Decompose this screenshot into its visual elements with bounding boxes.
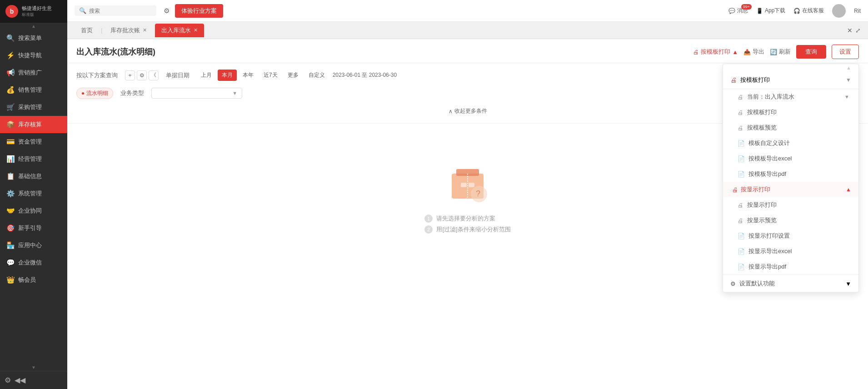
tab-batch-close[interactable]: ✕ xyxy=(143,27,147,33)
dropdown-item-display-settings[interactable]: 📄 按显示打印设置 xyxy=(723,228,858,244)
display-items: 🖨 按显示打印 🖨 按显示预览 📄 按显示打印设置 📄 按显示导出excel 📄 xyxy=(723,197,858,274)
sidebar-item-basic[interactable]: 📋 基础信息 xyxy=(0,168,67,185)
sidebar-item-label: 销售管理 xyxy=(18,86,42,94)
date-btn-more[interactable]: 更多 xyxy=(284,70,303,81)
topbar-right: 💬 消息 99+ 📱 App下载 🎧 在线客服 Rit xyxy=(728,4,861,18)
topbar: 🔍 ⚙ 体验行业方案 💬 消息 99+ 📱 App下载 🎧 在线客服 Rit xyxy=(67,0,868,22)
search-input[interactable] xyxy=(89,8,144,14)
settings-btn[interactable]: 设置 xyxy=(832,45,859,59)
business-type-label: 业务类型 xyxy=(120,89,144,97)
business-type-select[interactable]: ▼ xyxy=(151,88,242,99)
date-btn-last-month[interactable]: 上月 xyxy=(197,70,216,81)
dropdown-item-display-pdf[interactable]: 📄 按显示导出pdf xyxy=(723,259,858,274)
sidebar-item-label: 系统管理 xyxy=(18,190,42,198)
app-download-label: App下载 xyxy=(765,7,785,15)
date-btn-last7[interactable]: 近7天 xyxy=(259,70,282,81)
sidebar-item-sales[interactable]: 💰 销售管理 xyxy=(0,81,67,99)
tab-flow-label: 出入库流水 xyxy=(161,26,191,35)
dropdown-item-template-preview[interactable]: 🖨 按模板预览 xyxy=(723,120,858,135)
notification-btn[interactable]: 💬 消息 99+ xyxy=(728,7,748,15)
display-preview-icon: 🖨 xyxy=(738,217,743,224)
dropdown-panel: ▲ 🖨 按模板打印 ▼ 🖨 当前：出入库流水 ▼ 🖨 按模板打印 xyxy=(723,64,859,293)
display-excel-icon: 📄 xyxy=(738,248,745,255)
date-btn-this-month[interactable]: 本月 xyxy=(218,70,237,81)
export-icon: 📤 xyxy=(743,49,751,55)
sidebar-settings-btn[interactable]: ⚙ xyxy=(5,376,11,384)
dropdown-item-template-print[interactable]: 🖨 按模板打印 xyxy=(723,105,858,120)
sidebar-scroll-up[interactable]: ▲ xyxy=(0,23,67,30)
page-header: 出入库流水(流水明细) 🖨 按模板打印 ▲ 📤 导出 🔄 刷新 xyxy=(67,39,868,63)
tab-home[interactable]: 首页 xyxy=(75,24,99,37)
sidebar-item-label: 畅会员 xyxy=(18,276,36,284)
appcenter-icon: 🏪 xyxy=(6,241,15,249)
current-label: 当前：出入库流水 xyxy=(747,93,794,101)
app-download-btn[interactable]: 📱 App下载 xyxy=(756,7,785,15)
sidebar-scroll-down[interactable]: ▼ xyxy=(0,364,67,371)
filter-settings-btn[interactable]: ⚙ xyxy=(137,70,147,80)
dropdown-item-template-excel[interactable]: 📄 按模板导出excel xyxy=(723,151,858,166)
sidebar-item-wechat[interactable]: 💬 企业微信 xyxy=(0,254,67,271)
filter-add-btn[interactable]: + xyxy=(125,70,135,80)
tab-flow[interactable]: 出入库流水 ✕ xyxy=(155,24,204,37)
dropdown-item-template-custom[interactable]: 📄 模板自定义设计 xyxy=(723,135,858,151)
headset-icon: 🎧 xyxy=(793,8,800,14)
dropdown-footer[interactable]: ⚙ 设置默认功能 ▼ xyxy=(723,274,858,292)
industry-btn[interactable]: 体验行业方案 xyxy=(175,4,223,18)
step-1-number: 1 xyxy=(424,214,433,223)
sidebar-item-inventory[interactable]: 📦 库存核算 xyxy=(0,116,67,133)
tab-separator-1: | xyxy=(101,27,102,34)
tab-maximize-btn[interactable]: ⤢ xyxy=(855,27,861,34)
date-btn-this-year[interactable]: 本年 xyxy=(239,70,258,81)
collab-icon: 🤝 xyxy=(6,207,15,215)
collapse-more-btn[interactable]: ∧ 收起更多条件 xyxy=(445,105,491,117)
sidebar-item-marketing[interactable]: 📢 营销推广 xyxy=(0,64,67,81)
tab-flow-close[interactable]: ✕ xyxy=(194,27,198,33)
footer-chevron: ▼ xyxy=(845,280,851,287)
tabs-bar: 首页 | 库存批次账 ✕ 出入库流水 ✕ ✕ ⤢ xyxy=(67,22,868,39)
refresh-btn[interactable]: 🔄 刷新 xyxy=(770,48,791,56)
dropdown-item-display-excel[interactable]: 📄 按显示导出excel xyxy=(723,244,858,259)
sidebar-item-funds[interactable]: 💳 资金管理 xyxy=(0,133,67,150)
sidebar-item-collab[interactable]: 🤝 企业协同 xyxy=(0,202,67,219)
display-section-title: 🖨 按显示打印 xyxy=(732,185,770,194)
purchase-icon: 🛒 xyxy=(6,103,15,111)
dropdown-item-current[interactable]: 🖨 当前：出入库流水 ▼ xyxy=(723,89,858,105)
tab-home-label: 首页 xyxy=(81,26,93,35)
sidebar-collapse-btn[interactable]: ◀◀ xyxy=(15,376,25,384)
app-download-icon: 📱 xyxy=(756,8,763,14)
template-custom-icon: 📄 xyxy=(738,140,745,147)
tab-batch[interactable]: 库存批次账 ✕ xyxy=(104,24,153,37)
sidebar-item-search[interactable]: 🔍 搜索菜单 xyxy=(0,30,67,47)
dropdown-item-template-pdf[interactable]: 📄 按模板导出pdf xyxy=(723,166,858,182)
flow-detail-tag[interactable]: ● 流水明细 xyxy=(76,88,113,99)
dropdown-item-display-preview[interactable]: 🖨 按显示预览 xyxy=(723,213,858,228)
sidebar-item-quicknav[interactable]: ⚡ 快捷导航 xyxy=(0,47,67,64)
empty-step-2: 2 用[过滤]条件来缩小分析范围 xyxy=(424,225,510,234)
display-pdf-label: 按显示导出pdf xyxy=(748,263,786,271)
online-service-btn[interactable]: 🎧 在线客服 xyxy=(793,7,824,15)
query-btn[interactable]: 查询 xyxy=(796,45,826,59)
sidebar-item-operation[interactable]: 📊 经营管理 xyxy=(0,150,67,168)
sidebar-item-purchase[interactable]: 🛒 采购管理 xyxy=(0,99,67,116)
system-icon: ⚙️ xyxy=(6,190,15,198)
template-preview-label: 按模板预览 xyxy=(747,124,777,132)
topbar-gear-icon[interactable]: ⚙ xyxy=(164,7,170,15)
tab-minimize-btn[interactable]: ✕ xyxy=(847,27,853,34)
print-template-btn[interactable]: 🖨 按模板打印 ▲ xyxy=(693,48,738,56)
date-btn-custom[interactable]: 自定义 xyxy=(304,70,329,81)
sidebar-item-system[interactable]: ⚙️ 系统管理 xyxy=(0,185,67,202)
sidebar-item-member[interactable]: 👑 畅会员 xyxy=(0,271,67,289)
sidebar-item-guide[interactable]: 🎯 新手引导 xyxy=(0,219,67,237)
template-excel-icon: 📄 xyxy=(738,155,745,162)
template-items: 🖨 当前：出入库流水 ▼ 🖨 按模板打印 🖨 按模板预览 📄 模板自定义设计 xyxy=(723,89,858,182)
display-print-label: 按显示打印 xyxy=(747,201,777,209)
user-avatar[interactable] xyxy=(832,4,846,18)
set-default-icon: ⚙ xyxy=(730,280,736,287)
dropdown-scroll-up[interactable]: ▲ xyxy=(723,64,858,71)
filter-collapse-btn[interactable]: 《 xyxy=(149,70,159,80)
dropdown-item-display-print[interactable]: 🖨 按显示打印 xyxy=(723,197,858,213)
dropdown-template-header[interactable]: 🖨 按模板打印 ▼ xyxy=(723,71,858,89)
sidebar-item-appcenter[interactable]: 🏪 应用中心 xyxy=(0,237,67,254)
export-btn[interactable]: 📤 导出 xyxy=(743,48,764,56)
dropdown-display-header[interactable]: 🖨 按显示打印 ▲ xyxy=(723,182,858,197)
